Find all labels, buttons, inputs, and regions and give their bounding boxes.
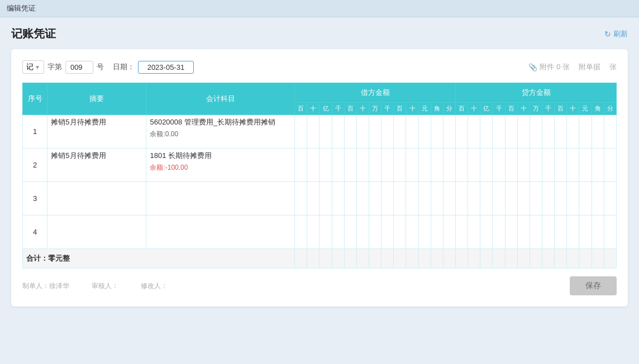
- row-0-credit-3[interactable]: [493, 115, 505, 149]
- row-0-debit-1[interactable]: [307, 115, 320, 149]
- row-0-debit-12[interactable]: [443, 115, 455, 149]
- voucher-number-field[interactable]: 009: [65, 61, 93, 74]
- row-2-credit-8[interactable]: [555, 182, 567, 215]
- row-2-credit-2[interactable]: [480, 182, 493, 215]
- row-2-seq[interactable]: 3: [23, 182, 47, 215]
- voucher-type-select[interactable]: 记 ▼: [22, 60, 44, 74]
- row-1-credit-0[interactable]: [456, 149, 468, 182]
- row-0-credit-4[interactable]: [505, 115, 517, 149]
- row-2-summary[interactable]: [47, 182, 146, 215]
- row-0-debit-2[interactable]: [320, 115, 332, 149]
- row-1-seq[interactable]: 2: [23, 149, 47, 182]
- row-3-debit-6[interactable]: [369, 215, 382, 249]
- row-2-debit-9[interactable]: [406, 182, 418, 215]
- row-3-credit-10[interactable]: [579, 215, 592, 249]
- row-3-debit-5[interactable]: [356, 215, 369, 249]
- row-0-debit-9[interactable]: [406, 115, 418, 149]
- row-0-credit-0[interactable]: [456, 115, 468, 149]
- row-3-debit-1[interactable]: [307, 215, 320, 249]
- row-1-debit-0[interactable]: [295, 149, 307, 182]
- row-0-account[interactable]: 56020008 管理费用_长期待摊费用摊销余额:0.00: [146, 115, 295, 149]
- row-1-debit-2[interactable]: [320, 149, 332, 182]
- row-1-credit-8[interactable]: [555, 149, 567, 182]
- row-3-credit-9[interactable]: [567, 215, 579, 249]
- save-button[interactable]: 保存: [570, 276, 617, 295]
- row-3-credit-5[interactable]: [517, 215, 530, 249]
- attachment-link[interactable]: 📎 附件 0 张: [528, 62, 570, 72]
- row-0-debit-5[interactable]: [356, 115, 369, 149]
- row-3-credit-0[interactable]: [456, 215, 468, 249]
- row-1-debit-1[interactable]: [307, 149, 320, 182]
- row-2-account[interactable]: [146, 182, 295, 215]
- row-3-credit-4[interactable]: [505, 215, 517, 249]
- row-2-debit-11[interactable]: [431, 182, 443, 215]
- row-0-debit-10[interactable]: [418, 115, 431, 149]
- row-0-credit-10[interactable]: [579, 115, 592, 149]
- row-1-debit-11[interactable]: [431, 149, 443, 182]
- row-2-debit-2[interactable]: [320, 182, 332, 215]
- row-0-debit-7[interactable]: [382, 115, 394, 149]
- row-2-debit-8[interactable]: [394, 182, 406, 215]
- row-0-credit-5[interactable]: [517, 115, 530, 149]
- row-3-summary[interactable]: [47, 215, 146, 249]
- row-1-debit-8[interactable]: [394, 149, 406, 182]
- attachment-single-label[interactable]: 附单据: [579, 62, 600, 72]
- row-1-credit-11[interactable]: [592, 149, 604, 182]
- row-0-summary[interactable]: 摊销5月待摊费用: [47, 115, 146, 149]
- row-0-credit-2[interactable]: [480, 115, 493, 149]
- row-0-credit-9[interactable]: [567, 115, 579, 149]
- row-2-credit-12[interactable]: [604, 182, 616, 215]
- row-2-credit-1[interactable]: [468, 182, 480, 215]
- row-0-credit-12[interactable]: [604, 115, 616, 149]
- row-3-seq[interactable]: 4: [23, 215, 47, 249]
- row-0-credit-8[interactable]: [555, 115, 567, 149]
- row-2-debit-5[interactable]: [356, 182, 369, 215]
- row-2-debit-4[interactable]: [344, 182, 356, 215]
- row-1-credit-1[interactable]: [468, 149, 480, 182]
- row-3-credit-12[interactable]: [604, 215, 616, 249]
- row-1-debit-10[interactable]: [418, 149, 431, 182]
- row-1-debit-12[interactable]: [443, 149, 455, 182]
- row-1-account[interactable]: 1801 长期待摊费用余额:-100.00: [146, 149, 295, 182]
- row-1-credit-6[interactable]: [530, 149, 542, 182]
- row-1-credit-5[interactable]: [517, 149, 530, 182]
- row-1-debit-6[interactable]: [369, 149, 382, 182]
- row-2-debit-7[interactable]: [382, 182, 394, 215]
- row-2-credit-5[interactable]: [517, 182, 530, 215]
- row-1-credit-2[interactable]: [480, 149, 493, 182]
- row-1-summary[interactable]: 摊销5月待摊费用: [47, 149, 146, 182]
- row-3-account[interactable]: [146, 215, 295, 249]
- row-1-debit-5[interactable]: [356, 149, 369, 182]
- row-3-debit-11[interactable]: [431, 215, 443, 249]
- row-3-debit-2[interactable]: [320, 215, 332, 249]
- row-3-credit-8[interactable]: [555, 215, 567, 249]
- row-2-debit-1[interactable]: [307, 182, 320, 215]
- row-3-debit-8[interactable]: [394, 215, 406, 249]
- row-3-debit-0[interactable]: [295, 215, 307, 249]
- row-3-credit-1[interactable]: [468, 215, 480, 249]
- row-0-debit-8[interactable]: [394, 115, 406, 149]
- row-0-debit-4[interactable]: [344, 115, 356, 149]
- date-field[interactable]: 2023-05-31: [138, 61, 194, 74]
- row-0-credit-6[interactable]: [530, 115, 542, 149]
- row-0-credit-11[interactable]: [592, 115, 604, 149]
- row-0-debit-6[interactable]: [369, 115, 382, 149]
- row-2-debit-3[interactable]: [332, 182, 344, 215]
- row-3-debit-10[interactable]: [418, 215, 431, 249]
- row-1-credit-3[interactable]: [493, 149, 505, 182]
- row-2-credit-10[interactable]: [579, 182, 592, 215]
- row-3-debit-12[interactable]: [443, 215, 455, 249]
- row-2-credit-9[interactable]: [567, 182, 579, 215]
- row-1-credit-12[interactable]: [604, 149, 616, 182]
- row-3-debit-9[interactable]: [406, 215, 418, 249]
- row-2-credit-4[interactable]: [505, 182, 517, 215]
- row-3-credit-6[interactable]: [530, 215, 542, 249]
- row-0-seq[interactable]: 1: [23, 115, 47, 149]
- row-1-credit-10[interactable]: [579, 149, 592, 182]
- row-1-debit-9[interactable]: [406, 149, 418, 182]
- row-0-debit-0[interactable]: [295, 115, 307, 149]
- row-3-credit-2[interactable]: [480, 215, 493, 249]
- row-3-credit-3[interactable]: [493, 215, 505, 249]
- row-2-debit-6[interactable]: [369, 182, 382, 215]
- row-1-credit-7[interactable]: [542, 149, 555, 182]
